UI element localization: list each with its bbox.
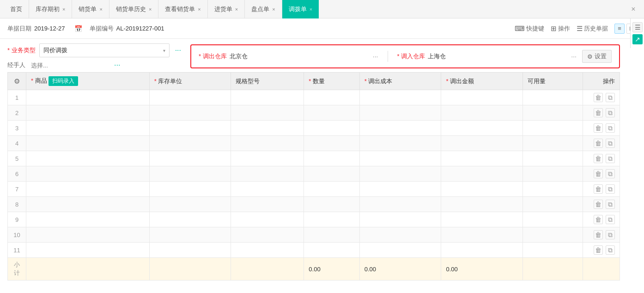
copy-row-icon[interactable]: ⧉ (606, 139, 615, 148)
cell-qty[interactable] (304, 151, 359, 166)
close-sales-history[interactable]: × (149, 6, 152, 12)
tab-transfer-order[interactable]: 调拨单 × (282, 0, 319, 18)
cell-spec[interactable] (231, 151, 304, 166)
cell-spec[interactable] (231, 227, 304, 243)
cell-qty[interactable] (304, 182, 359, 197)
cell-cost[interactable] (359, 151, 441, 166)
cell-spec[interactable] (231, 197, 304, 212)
cell-product[interactable] (26, 197, 150, 212)
cell-amount[interactable] (441, 166, 523, 182)
cell-qty[interactable] (304, 227, 359, 243)
cell-amount[interactable] (441, 182, 523, 197)
cell-product[interactable] (26, 166, 150, 182)
cell-spec[interactable] (231, 90, 304, 105)
cell-amount[interactable] (441, 227, 523, 243)
cell-product[interactable] (26, 182, 150, 197)
cell-available[interactable] (523, 121, 583, 136)
cell-spec[interactable] (231, 166, 304, 182)
cell-amount[interactable] (441, 90, 523, 105)
warehouse-in-more[interactable]: ··· (571, 53, 577, 60)
cell-qty[interactable] (304, 136, 359, 151)
cell-available[interactable] (523, 136, 583, 151)
cell-cost[interactable] (359, 243, 441, 258)
cell-unit[interactable] (149, 105, 231, 121)
cell-spec[interactable] (231, 105, 304, 121)
tab-home[interactable]: 首页 (4, 0, 29, 18)
list-layout-icon[interactable]: ≡ (614, 24, 625, 34)
cell-cost[interactable] (359, 197, 441, 212)
copy-row-icon[interactable]: ⧉ (606, 123, 615, 133)
shortcut-button[interactable]: ⌨ 快捷键 (515, 24, 544, 33)
copy-row-icon[interactable]: ⧉ (606, 154, 615, 163)
cell-amount[interactable] (441, 212, 523, 227)
cell-spec[interactable] (231, 182, 304, 197)
cell-cost[interactable] (359, 121, 441, 136)
cell-unit[interactable] (149, 166, 231, 182)
operate-button[interactable]: ⊞ 操作 (551, 24, 570, 33)
cell-cost[interactable] (359, 227, 441, 243)
cell-available[interactable] (523, 227, 583, 243)
cell-available[interactable] (523, 212, 583, 227)
cell-spec[interactable] (231, 136, 304, 151)
cell-product[interactable] (26, 136, 150, 151)
delete-row-icon[interactable]: 🗑 (594, 245, 603, 255)
delete-row-icon[interactable]: 🗑 (594, 139, 603, 148)
cell-unit[interactable] (149, 121, 231, 136)
cell-unit[interactable] (149, 227, 231, 243)
delete-row-icon[interactable]: 🗑 (594, 93, 603, 102)
cell-available[interactable] (523, 166, 583, 182)
cell-available[interactable] (523, 105, 583, 121)
settings-button[interactable]: ⚙ 设置 (582, 50, 612, 63)
cell-cost[interactable] (359, 105, 441, 121)
tab-sales-order[interactable]: 销货单 × (72, 0, 109, 18)
cell-amount[interactable] (441, 121, 523, 136)
copy-row-icon[interactable]: ⧉ (606, 93, 615, 102)
cell-qty[interactable] (304, 212, 359, 227)
cell-qty[interactable] (304, 166, 359, 182)
copy-row-icon[interactable]: ⧉ (606, 108, 615, 117)
cell-product[interactable] (26, 151, 150, 166)
cell-product[interactable] (26, 105, 150, 121)
cell-unit[interactable] (149, 212, 231, 227)
delete-row-icon[interactable]: 🗑 (594, 184, 603, 194)
cell-cost[interactable] (359, 212, 441, 227)
delete-row-icon[interactable]: 🗑 (594, 108, 603, 117)
delete-row-icon[interactable]: 🗑 (594, 200, 603, 209)
delete-row-icon[interactable]: 🗑 (594, 230, 603, 239)
cell-amount[interactable] (441, 105, 523, 121)
cell-qty[interactable] (304, 121, 359, 136)
delete-row-icon[interactable]: 🗑 (594, 215, 603, 224)
cell-product[interactable] (26, 121, 150, 136)
delete-row-icon[interactable]: 🗑 (594, 154, 603, 163)
business-type-more[interactable]: ··· (173, 46, 183, 55)
scroll-area[interactable]: ⚙ 商品 扫码录入 库存单位 规格型号 数量 调出成本 调出金额 可用量 操作 (7, 72, 620, 287)
cell-qty[interactable] (304, 197, 359, 212)
copy-row-icon[interactable]: ⧉ (606, 184, 615, 194)
warehouse-out-more[interactable]: ··· (373, 53, 378, 60)
cell-spec[interactable] (231, 243, 304, 258)
cell-cost[interactable] (359, 136, 441, 151)
cell-product[interactable] (26, 212, 150, 227)
cell-product[interactable] (26, 227, 150, 243)
cell-available[interactable] (523, 197, 583, 212)
cell-available[interactable] (523, 90, 583, 105)
cell-unit[interactable] (149, 182, 231, 197)
cell-unit[interactable] (149, 151, 231, 166)
cell-unit[interactable] (149, 90, 231, 105)
business-type-select[interactable]: 同价调拨 ▾ (39, 43, 170, 57)
copy-row-icon[interactable]: ⧉ (606, 215, 615, 224)
close-inventory-check[interactable]: × (272, 6, 275, 12)
right-panel-link-icon[interactable]: ↗ (632, 34, 643, 44)
cell-available[interactable] (523, 243, 583, 258)
copy-row-icon[interactable]: ⧉ (606, 230, 615, 239)
tab-purchase-order[interactable]: 进货单 × (208, 0, 245, 18)
cell-cost[interactable] (359, 166, 441, 182)
cell-available[interactable] (523, 151, 583, 166)
right-panel-list-icon[interactable]: ☰ (632, 22, 643, 32)
close-transfer-order[interactable]: × (310, 6, 312, 12)
tab-inventory-check[interactable]: 盘点单 × (245, 0, 282, 18)
cell-qty[interactable] (304, 105, 359, 121)
scan-button[interactable]: 扫码录入 (49, 76, 78, 86)
tab-inventory-init[interactable]: 库存期初 × (29, 0, 72, 18)
cell-cost[interactable] (359, 90, 441, 105)
